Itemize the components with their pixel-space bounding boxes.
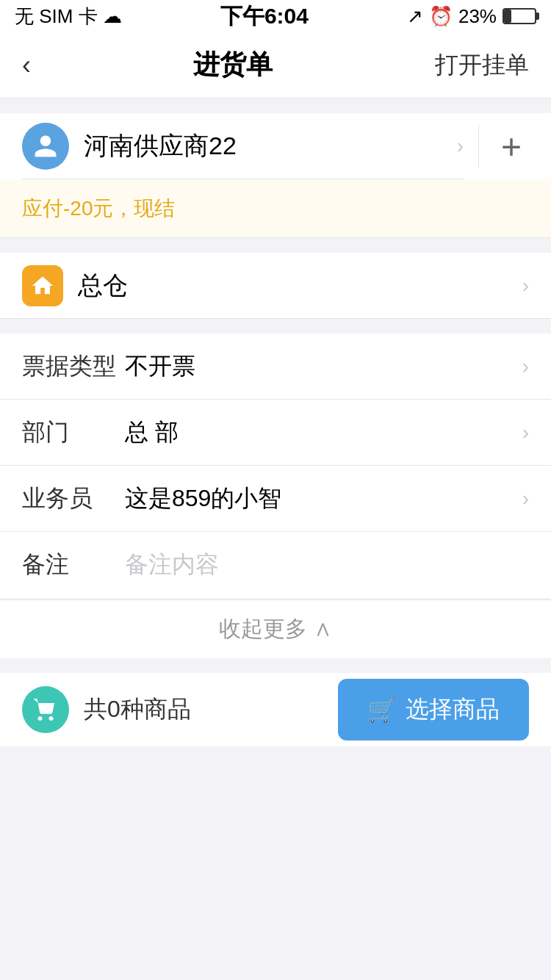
select-product-label: 选择商品 [406, 693, 500, 726]
house-icon [30, 273, 55, 298]
remark-input[interactable]: 备注内容 [125, 549, 529, 581]
supplier-avatar [22, 123, 69, 170]
form-section: 票据类型 不开票 › 部门 总 部 › 业务员 这是859的小智 › 备注 备注… [0, 334, 551, 598]
remark-row[interactable]: 备注 备注内容 [0, 532, 551, 598]
department-chevron-icon: › [522, 421, 529, 444]
warehouse-icon [22, 265, 63, 306]
salesperson-chevron-icon: › [522, 487, 529, 511]
remark-label: 备注 [22, 549, 125, 581]
select-product-icon: 🛒 [367, 696, 397, 724]
salesperson-row[interactable]: 业务员 这是859的小智 › [0, 466, 551, 532]
salesperson-label: 业务员 [22, 483, 125, 515]
select-product-button[interactable]: 🛒 选择商品 [338, 679, 529, 741]
supplier-section: 河南供应商22 › + [0, 113, 551, 179]
section-gap-1 [0, 98, 551, 113]
alarm-icon: ⏰ [429, 5, 453, 28]
battery-percent: 23% [458, 5, 497, 28]
invoice-type-label: 票据类型 [22, 350, 125, 383]
collapse-button[interactable]: 收起更多 ∧ [0, 599, 551, 658]
invoice-type-value: 不开票 [125, 350, 522, 383]
page-title: 进货单 [193, 47, 273, 83]
notice-banner: 应付-20元，现结 [0, 179, 551, 238]
product-icon [22, 686, 69, 733]
supplier-row[interactable]: 河南供应商22 › [22, 113, 464, 179]
collapse-label: 收起更多 ∧ [219, 614, 331, 644]
supplier-name: 河南供应商22 [84, 129, 457, 163]
salesperson-value: 这是859的小智 [125, 483, 522, 515]
nav-bar: ‹ 进货单 打开挂单 [0, 32, 551, 98]
open-hang-order-button[interactable]: 打开挂单 [435, 49, 529, 82]
battery-icon [503, 8, 536, 24]
add-supplier-button[interactable]: + [494, 126, 529, 167]
warehouse-row[interactable]: 总仓 › [0, 253, 551, 319]
bottom-area [0, 746, 551, 967]
invoice-type-row[interactable]: 票据类型 不开票 › [0, 334, 551, 400]
status-time: 下午6:04 [220, 1, 309, 32]
warehouse-name: 总仓 [78, 269, 522, 303]
department-label: 部门 [22, 417, 125, 449]
supplier-chevron-icon: › [457, 134, 464, 158]
status-left: 无 SIM 卡 ☁ [15, 4, 122, 29]
person-icon [32, 133, 59, 159]
department-row[interactable]: 部门 总 部 › [0, 400, 551, 466]
location-icon: ↗ [407, 5, 423, 28]
invoice-type-chevron-icon: › [522, 355, 529, 378]
product-footer: 共0种商品 🛒 选择商品 [0, 673, 551, 746]
status-right: ↗ ⏰ 23% [407, 5, 536, 28]
department-value: 总 部 [125, 417, 522, 449]
warehouse-chevron-icon: › [522, 274, 529, 298]
sim-status: 无 SIM 卡 ☁ [15, 4, 122, 29]
supplier-divider [478, 124, 479, 168]
notice-text: 应付-20元，现结 [22, 197, 175, 220]
product-count: 共0种商品 [84, 693, 338, 726]
status-bar: 无 SIM 卡 ☁ 下午6:04 ↗ ⏰ 23% [0, 0, 551, 32]
cart-icon [32, 696, 59, 723]
back-button[interactable]: ‹ [22, 50, 31, 81]
